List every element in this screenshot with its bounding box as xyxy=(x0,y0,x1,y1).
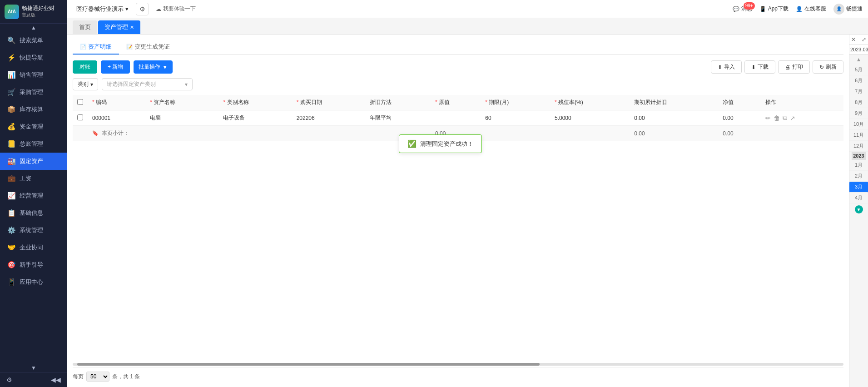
experience-button[interactable]: ☁ 我要体验一下 xyxy=(156,5,196,13)
filter-dropdown-icon: ▾ xyxy=(185,81,188,88)
col-code: 编码 xyxy=(88,95,145,110)
enterprise-icon: 🤝 xyxy=(7,243,16,252)
sidebar-item-inventory[interactable]: 📦 库存核算 xyxy=(0,101,67,118)
messages-button[interactable]: 💬 消息 99+ xyxy=(733,5,752,13)
user-profile[interactable]: 👤 畅捷通 xyxy=(833,4,863,15)
expand-circle-icon[interactable]: ▼ xyxy=(855,205,863,213)
row-name: 电脑 xyxy=(145,110,218,126)
select-all-checkbox[interactable] xyxy=(77,99,83,105)
sidebar-scroll-up[interactable]: ▲ xyxy=(0,24,67,32)
month-7[interactable]: 7月 xyxy=(849,86,868,97)
sidebar-item-sales[interactable]: 📊 销售管理 xyxy=(0,66,67,84)
row-period: 60 xyxy=(481,110,550,126)
inventory-icon: 📦 xyxy=(7,105,16,114)
sidebar-item-basicinfo[interactable]: 📋 基础信息 xyxy=(0,204,67,222)
toolbar: 对账 + 新增 批量操作 ▼ ⬆ 导入 ⬇ 下载 xyxy=(73,60,843,74)
row-checkbox[interactable] xyxy=(77,114,83,120)
funds-icon: 💰 xyxy=(7,123,16,131)
new-button[interactable]: + 新增 xyxy=(101,60,130,74)
row-residualrate: 5.0000 xyxy=(550,110,630,126)
col-netvalue: 净值 xyxy=(718,95,760,110)
refresh-button[interactable]: ↻ 刷新 xyxy=(813,60,843,74)
month-6[interactable]: 6月 xyxy=(849,75,868,86)
app-icon: 📱 xyxy=(759,6,766,12)
appcenter-icon: 📱 xyxy=(7,278,16,286)
success-toast: ✅ 清理固定资产成功！ xyxy=(399,134,482,153)
sidebar-item-purchase[interactable]: 🛒 采购管理 xyxy=(0,84,67,101)
tab-home[interactable]: 首页 xyxy=(73,20,97,34)
subtab-assetdetail[interactable]: 📄 资产明细 xyxy=(73,40,119,55)
purchase-icon: 🛒 xyxy=(7,88,16,96)
month-2023-1[interactable]: 1月 xyxy=(849,160,868,171)
download-button[interactable]: ⬇ 下载 xyxy=(744,60,775,74)
delete-icon[interactable]: 🗑 xyxy=(774,114,780,122)
import-button[interactable]: ⬆ 导入 xyxy=(711,60,742,74)
page-tabs: 首页 资产管理 ✕ xyxy=(67,18,868,35)
settings-icon[interactable]: ⚙ xyxy=(6,376,12,383)
year-2023-section: 1月 2月 3月 4月 xyxy=(849,160,868,203)
sidebar-item-salary[interactable]: 💼 工资 xyxy=(0,170,67,187)
right-panel-expand-icon[interactable]: ⤢ xyxy=(862,36,866,43)
sidebar-item-sysmanage[interactable]: ⚙️ 系统管理 xyxy=(0,222,67,239)
copy-icon[interactable]: ⧉ xyxy=(783,114,787,122)
print-button[interactable]: 🖨 打印 xyxy=(778,60,810,74)
year-2023-header[interactable]: 2023 xyxy=(852,152,865,160)
edit-icon[interactable]: ✏ xyxy=(765,114,771,122)
month-5[interactable]: 5月 xyxy=(849,64,868,75)
sales-icon: 📊 xyxy=(7,71,16,79)
sidebar-scroll-down[interactable]: ▼ xyxy=(0,364,67,372)
sidebar-item-funds[interactable]: 💰 资金管理 xyxy=(0,118,67,135)
panel-up-arrow[interactable]: ▲ xyxy=(849,55,868,64)
messages-icon: 💬 xyxy=(733,6,739,12)
sidebar-item-fixedassets[interactable]: 🏭 固定资产 xyxy=(0,153,67,170)
service-icon: 👤 xyxy=(796,6,803,12)
pagination: 每页 50 10 20 100 条，共 1 条 xyxy=(73,367,843,382)
sidebar-item-quicknav[interactable]: ⚡ 快捷导航 xyxy=(0,49,67,66)
quicknav-icon: ⚡ xyxy=(7,54,16,62)
year-2022-section: 5月 6月 7月 8月 9月 10月 11月 12月 xyxy=(849,64,868,152)
right-panel-close-icon[interactable]: ✕ xyxy=(851,36,856,43)
assetdetail-icon: 📄 xyxy=(80,44,86,50)
month-9[interactable]: 9月 xyxy=(849,108,868,119)
month-11[interactable]: 11月 xyxy=(849,130,868,141)
toolbar-right: ⬆ 导入 ⬇ 下载 🖨 打印 ↻ 刷新 xyxy=(711,60,843,74)
sidebar-item-ledger[interactable]: 📒 总账管理 xyxy=(0,135,67,153)
logo-icon: AtA xyxy=(5,5,19,19)
month-10[interactable]: 10月 xyxy=(849,119,868,130)
per-page-select[interactable]: 50 10 20 100 xyxy=(86,372,109,382)
settings-button[interactable]: ⚙ xyxy=(136,3,149,15)
sidebar-item-newguide[interactable]: 🎯 新手引导 xyxy=(0,256,67,273)
sidebar-item-search[interactable]: 🔍 搜索菜单 xyxy=(0,32,67,49)
reconcile-button[interactable]: 对账 xyxy=(73,60,97,74)
category-select[interactable]: 类别 ▾ xyxy=(73,78,98,90)
category-input[interactable]: 请选择固定资产类别 ▾ xyxy=(102,78,193,90)
sidebar-item-operations[interactable]: 📈 经营管理 xyxy=(0,187,67,204)
month-2023-2[interactable]: 2月 xyxy=(849,171,868,182)
col-purchasedate: 购买日期 xyxy=(292,95,365,110)
sidebar-item-enterprise[interactable]: 🤝 企业协同 xyxy=(0,239,67,256)
month-2023-3[interactable]: 3月 xyxy=(849,182,868,193)
scrollbar-thumb[interactable] xyxy=(77,363,540,366)
more-icon[interactable]: ↗ xyxy=(790,114,795,122)
subtab-changevoucher[interactable]: 📝 变更生成凭证 xyxy=(119,40,177,55)
month-8[interactable]: 8月 xyxy=(849,97,868,108)
col-name: 资产名称 xyxy=(145,95,218,110)
company-selector[interactable]: 医疗器械行业演示 ▾ xyxy=(73,3,132,15)
subtotal-icon: 🔖 xyxy=(92,130,99,136)
horizontal-scrollbar[interactable] xyxy=(73,363,843,366)
search-icon: 🔍 xyxy=(7,36,16,45)
month-2023-4[interactable]: 4月 xyxy=(849,193,868,203)
tab-close-icon[interactable]: ✕ xyxy=(130,25,134,30)
row-category: 电子设备 xyxy=(218,110,292,126)
collapse-icon[interactable]: ◀◀ xyxy=(51,376,61,383)
col-original: 原值 xyxy=(431,95,481,110)
month-12[interactable]: 12月 xyxy=(849,141,868,152)
online-service-button[interactable]: 👤 在线客服 xyxy=(796,5,826,13)
tab-assets[interactable]: 资产管理 ✕ xyxy=(98,20,140,34)
panel-down-arrow[interactable]: ▼ xyxy=(849,203,868,215)
sidebar-item-appcenter[interactable]: 📱 应用中心 xyxy=(0,273,67,291)
batch-ops-button[interactable]: 批量操作 ▼ xyxy=(134,60,173,74)
app-download-button[interactable]: 📱 App下载 xyxy=(759,5,789,13)
main-area: 医疗器械行业演示 ▾ ⚙ ☁ 我要体验一下 💬 消息 99+ 📱 App下载 👤… xyxy=(67,0,868,387)
row-netvalue: 0.00 xyxy=(718,110,760,126)
